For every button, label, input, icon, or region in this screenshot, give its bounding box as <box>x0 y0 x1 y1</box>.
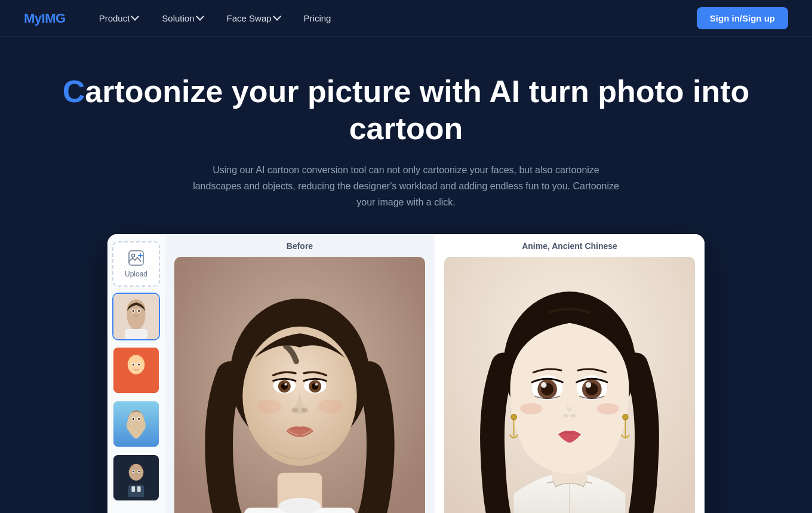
thumb-image-2 <box>113 348 159 393</box>
thumbnail-1[interactable] <box>112 293 160 340</box>
svg-point-63 <box>511 414 516 420</box>
svg-point-45 <box>315 383 318 386</box>
nav-links: Product Solution Face Swap Pricing <box>90 8 697 28</box>
thumb-image-1 <box>113 294 159 339</box>
svg-rect-9 <box>125 329 147 339</box>
demo-after-panel: Anime, Ancient Chinese <box>435 234 705 513</box>
hero-section: UploadCartoonize your picture with AI tu… <box>0 37 812 513</box>
svg-point-47 <box>301 408 308 413</box>
upload-icon <box>128 250 144 266</box>
svg-point-14 <box>133 364 134 365</box>
svg-point-60 <box>586 382 591 388</box>
hero-subtitle: Using our AI cartoon conversion tool can… <box>191 162 621 211</box>
svg-point-65 <box>623 414 628 420</box>
svg-point-21 <box>138 418 140 420</box>
svg-point-68 <box>597 403 619 414</box>
chevron-down-icon <box>273 13 281 21</box>
svg-point-62 <box>570 414 576 417</box>
svg-point-15 <box>138 364 140 365</box>
after-image-container <box>444 257 695 513</box>
nav-item-product[interactable]: Product <box>90 8 148 28</box>
svg-point-67 <box>520 403 542 414</box>
thumbnail-2[interactable] <box>112 346 160 394</box>
logo[interactable]: MyIMG <box>24 11 66 26</box>
before-image-container <box>174 257 425 513</box>
chevron-down-icon <box>195 13 204 21</box>
svg-rect-31 <box>137 487 141 493</box>
svg-rect-28 <box>130 485 143 486</box>
navbar: MyIMG Product Solution Face Swap Pricing… <box>0 0 812 37</box>
hero-title: UploadCartoonize your picture with AI tu… <box>24 73 788 148</box>
thumb-image-4 <box>113 455 159 500</box>
svg-rect-30 <box>131 487 135 493</box>
thumbnail-3[interactable] <box>112 400 160 448</box>
svg-point-8 <box>138 310 140 312</box>
svg-point-7 <box>133 310 134 312</box>
demo-before-panel: Before <box>165 234 435 513</box>
svg-point-27 <box>139 471 140 472</box>
upload-button[interactable]: Upload <box>112 241 160 287</box>
nav-item-solution[interactable]: Solution <box>152 8 212 28</box>
svg-point-61 <box>564 414 569 417</box>
after-label: Anime, Ancient Chinese <box>522 241 617 251</box>
svg-point-49 <box>318 400 343 414</box>
demo-panel: Upload <box>107 234 705 513</box>
chevron-down-icon <box>131 13 139 21</box>
svg-point-44 <box>284 383 287 386</box>
demo-sidebar: Upload <box>107 234 165 513</box>
thumbnail-4[interactable] <box>112 454 160 502</box>
svg-point-1 <box>132 254 135 257</box>
svg-point-48 <box>257 400 282 414</box>
svg-point-11 <box>128 355 145 374</box>
svg-point-26 <box>133 471 134 472</box>
upload-label: Upload <box>125 270 147 278</box>
signin-signup-button[interactable]: Sign in/Sign up <box>697 7 788 29</box>
svg-point-23 <box>129 464 144 481</box>
svg-point-56 <box>541 382 546 388</box>
nav-item-faceswap[interactable]: Face Swap <box>217 8 290 28</box>
svg-rect-0 <box>129 251 143 265</box>
nav-item-pricing[interactable]: Pricing <box>294 8 341 28</box>
before-label: Before <box>287 241 313 251</box>
svg-point-20 <box>133 418 134 420</box>
thumb-image-3 <box>113 401 159 447</box>
svg-point-46 <box>291 408 299 413</box>
svg-rect-29 <box>128 486 144 497</box>
